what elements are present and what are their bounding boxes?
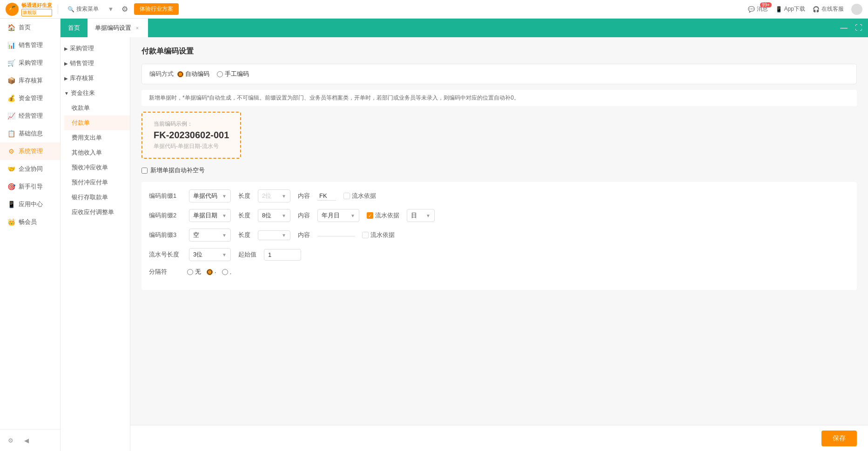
- prefix3-row: 编码前缀3 空 ▼ 长度 ▼ 内容: [149, 229, 849, 242]
- prefix1-length-select[interactable]: 2位 ▼: [258, 189, 290, 202]
- app-download-btn[interactable]: 📱 App下载: [775, 5, 805, 13]
- finance-icon: 💰: [7, 94, 15, 102]
- prefix1-chevron-icon: ▼: [222, 194, 227, 199]
- subnav-bank[interactable]: 银行存取款单: [64, 190, 130, 205]
- sep-dot-radio[interactable]: .: [222, 269, 232, 276]
- sub-nav: ▶ 采购管理 ▶ 销售管理 ▶ 库存核算 ▼ 资金往来 收款单 付款单: [61, 37, 130, 451]
- content-wrapper: 首页 单据编码设置 × — ⛶ ▶ 采购管理 ▶ 销售管理: [61, 19, 868, 451]
- member-icon: 👑: [7, 218, 15, 226]
- separator-label: 分隔符: [149, 268, 182, 276]
- prefix1-serial-checkbox[interactable]: [343, 193, 350, 199]
- dropdown-btn[interactable]: ▼: [106, 5, 115, 14]
- subnav-income[interactable]: 其他收入单: [64, 145, 130, 160]
- page-content: 付款单编码设置 编码方式 自动编码 手工编码: [130, 37, 868, 425]
- prefix3-length-select[interactable]: ▼: [258, 230, 290, 240]
- prefix3-length-label: 长度: [238, 231, 250, 239]
- subnav-capital[interactable]: ▼ 资金往来: [61, 86, 130, 101]
- sidebar-item-inventory[interactable]: 📦 库存核算: [0, 72, 60, 89]
- prefix2-row: 编码前缀2 单据日期 ▼ 长度 8位 ▼ 内容: [149, 209, 849, 222]
- tab-close-btn[interactable]: ×: [134, 25, 141, 31]
- tab-maximize-btn[interactable]: ⛶: [853, 22, 864, 34]
- page-title: 付款单编码设置: [141, 47, 857, 56]
- appstore-icon: 📱: [7, 201, 15, 208]
- sidebar-settings-btn[interactable]: ⚙: [4, 433, 18, 447]
- chevron-right-icon: ▶: [64, 46, 68, 51]
- tab-minimize-btn[interactable]: —: [838, 22, 849, 34]
- prefix2-content-chevron-icon: ▼: [350, 213, 355, 218]
- tabbar-right: — ⛶: [838, 22, 868, 34]
- prefix2-length-select[interactable]: 8位 ▼: [258, 209, 290, 222]
- start-value-input[interactable]: [264, 249, 301, 261]
- sidebar-item-appstore[interactable]: 📱 应用中心: [0, 195, 60, 213]
- service-icon: 🎧: [813, 6, 820, 13]
- save-button[interactable]: 保存: [821, 431, 857, 446]
- encoding-method-section: 编码方式 自动编码 手工编码: [141, 64, 857, 84]
- subnav-prepay[interactable]: 预付冲应付单: [64, 175, 130, 190]
- auto-fill-checkbox[interactable]: [141, 168, 148, 174]
- encoding-label: 编码方式: [149, 70, 174, 78]
- message-icon: 💬: [748, 6, 755, 13]
- prefix3-select[interactable]: 空 ▼: [189, 229, 231, 242]
- online-service-btn[interactable]: 🎧 在线客服: [813, 5, 844, 13]
- subnav-sales[interactable]: ▶ 销售管理: [61, 56, 130, 71]
- manual-radio[interactable]: 手工编码: [217, 70, 249, 78]
- prefix2-select[interactable]: 单据日期 ▼: [189, 209, 231, 222]
- settings-btn[interactable]: ⚙: [119, 4, 130, 15]
- prefix1-content-value: FK: [317, 191, 336, 201]
- sidebar-collapse-btn[interactable]: ◀: [20, 433, 34, 447]
- sidebar-item-newbie[interactable]: 🎯 新手引导: [0, 178, 60, 195]
- app-icon: 📱: [775, 6, 782, 13]
- preview-label: 当前编码示例：: [154, 120, 229, 128]
- prefix3-serial-item: 流水依据: [362, 231, 395, 239]
- serial-length-select[interactable]: 3位 ▼: [189, 248, 231, 261]
- prefix2-unit-select[interactable]: 日 ▼: [407, 209, 435, 222]
- subnav-prereceive[interactable]: 预收冲应收单: [64, 160, 130, 175]
- tabbar: 首页 单据编码设置 × — ⛶: [61, 19, 868, 37]
- preview-box: 当前编码示例： FK-20230602-001 单据代码-单据日期-流水号: [141, 112, 241, 159]
- sidebar-item-finance[interactable]: 💰 资金管理: [0, 89, 60, 107]
- prefix1-select[interactable]: 单据代码 ▼: [189, 189, 231, 202]
- sidebar-item-operation[interactable]: 📈 经营管理: [0, 107, 60, 125]
- sidebar-item-coop[interactable]: 🤝 企业协同: [0, 160, 60, 178]
- prefix3-serial-checkbox[interactable]: [362, 232, 369, 238]
- message-btn[interactable]: 💬 消息 99+: [748, 5, 768, 13]
- start-value-label: 起始值: [238, 250, 256, 259]
- subnav-receipt[interactable]: 收款单: [64, 101, 130, 115]
- home-icon: 🏠: [7, 24, 15, 31]
- search-menu[interactable]: 🔍 搜索菜单: [64, 3, 102, 15]
- auto-radio[interactable]: 自动编码: [177, 70, 209, 78]
- logo-icon: 🍊: [6, 3, 19, 16]
- sidebar-item-home[interactable]: 🏠 首页: [0, 19, 60, 36]
- tab-home[interactable]: 首页: [61, 19, 87, 37]
- prefix1-label: 编码前缀1: [149, 192, 182, 200]
- experience-button[interactable]: 体验行业方案: [134, 3, 179, 15]
- prefix2-label: 编码前缀2: [149, 211, 182, 220]
- page-wrapper: 付款单编码设置 编码方式 自动编码 手工编码: [130, 37, 868, 451]
- subnav-expense[interactable]: 费用支出单: [64, 130, 130, 145]
- sidebar-item-purchase[interactable]: 🛒 采购管理: [0, 54, 60, 72]
- tab-encoding[interactable]: 单据编码设置 ×: [87, 19, 148, 37]
- serial-length-label: 流水号长度: [149, 250, 182, 259]
- sidebar-item-member[interactable]: 👑 畅会员: [0, 213, 60, 231]
- sidebar-item-basic[interactable]: 📋 基础信息: [0, 125, 60, 142]
- inner-layout: ▶ 采购管理 ▶ 销售管理 ▶ 库存核算 ▼ 资金往来 收款单 付款单: [61, 37, 868, 451]
- subnav-payment[interactable]: 付款单: [64, 115, 130, 130]
- chevron-right-icon2: ▶: [64, 61, 68, 66]
- user-avatar[interactable]: [851, 4, 862, 15]
- prefix2-content-label: 内容: [298, 211, 310, 220]
- subnav-inventory[interactable]: ▶ 库存核算: [61, 71, 130, 86]
- chevron-right-icon3: ▶: [64, 76, 68, 81]
- sep-none-radio[interactable]: 无: [187, 268, 201, 276]
- sidebar-item-system[interactable]: ⚙ 系统管理: [0, 142, 60, 160]
- subnav-adjust[interactable]: 应收应付调整单: [64, 205, 130, 220]
- prefix2-chevron-icon: ▼: [222, 213, 227, 218]
- prefix2-content-select[interactable]: 年月日 ▼: [317, 209, 359, 222]
- logo-text: 畅通逍好生意 旗舰版: [21, 2, 52, 16]
- sidebar-item-sales[interactable]: 📊 销售管理: [0, 36, 60, 54]
- subnav-purchase[interactable]: ▶ 采购管理: [61, 41, 130, 56]
- prefix2-serial-item: 流水依据: [367, 211, 399, 220]
- sep-dash-radio[interactable]: ·: [207, 269, 216, 276]
- prefix3-length-chevron-icon: ▼: [282, 233, 286, 238]
- chevron-down-icon: ▼: [64, 91, 69, 96]
- prefix2-serial-checkbox[interactable]: [367, 212, 373, 219]
